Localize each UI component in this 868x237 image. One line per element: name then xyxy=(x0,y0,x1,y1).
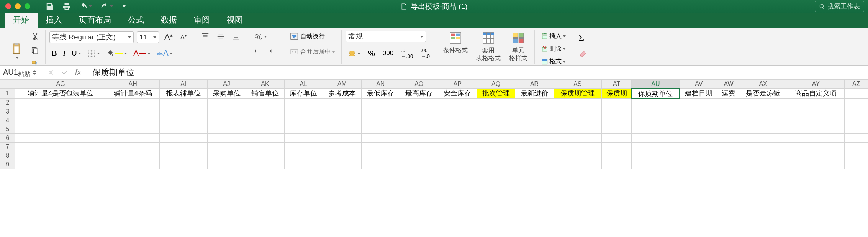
cell[interactable] xyxy=(106,160,159,169)
column-header[interactable]: AR xyxy=(515,80,554,89)
tab-insert[interactable]: 插入 xyxy=(38,11,70,28)
cell[interactable] xyxy=(718,107,739,116)
row-header[interactable]: 9 xyxy=(0,160,15,169)
maximize-window-button[interactable] xyxy=(25,3,30,9)
cell[interactable]: 批次管理 xyxy=(477,89,515,99)
enter-formula-icon[interactable] xyxy=(61,69,68,76)
cell[interactable]: 库存单位 xyxy=(284,89,323,99)
cell[interactable] xyxy=(284,142,323,151)
cell[interactable] xyxy=(845,133,868,142)
cell[interactable]: 安全库存 xyxy=(438,89,477,99)
cell[interactable]: 最新进价 xyxy=(515,89,554,99)
qat-customize-icon[interactable] xyxy=(123,5,126,7)
cell[interactable] xyxy=(680,151,718,160)
tab-view[interactable]: 视图 xyxy=(218,11,251,28)
cell[interactable] xyxy=(632,142,680,151)
cell[interactable] xyxy=(207,116,246,125)
align-bottom-button[interactable] xyxy=(229,31,242,42)
paste-button[interactable] xyxy=(7,41,26,59)
cell[interactable] xyxy=(515,107,554,116)
cell[interactable] xyxy=(787,107,845,116)
cell[interactable] xyxy=(515,98,554,107)
cell[interactable] xyxy=(106,98,159,107)
cell[interactable] xyxy=(400,142,438,151)
cut-button[interactable] xyxy=(28,31,41,42)
cell[interactable] xyxy=(361,160,400,169)
cell[interactable] xyxy=(284,125,323,133)
cell[interactable]: 参考成本 xyxy=(323,89,361,99)
conditional-formatting-button[interactable]: 条件格式 xyxy=(440,31,471,55)
spreadsheet-grid[interactable]: AGAHAIAJAKALAMANAOAPAQARASATAUAVAWAXAYAZ… xyxy=(0,79,868,169)
cell[interactable] xyxy=(601,107,631,116)
cell[interactable]: 保质期 xyxy=(601,89,631,99)
cell[interactable] xyxy=(284,151,323,160)
row-header[interactable]: 1 xyxy=(0,89,15,99)
cell[interactable] xyxy=(284,98,323,107)
insert-cells-button[interactable]: 插入 xyxy=(539,31,568,42)
cell[interactable]: 运费 xyxy=(718,89,739,99)
cell[interactable] xyxy=(207,142,246,151)
number-format-combo[interactable]: 常规 xyxy=(346,31,426,42)
cell[interactable] xyxy=(845,107,868,116)
search-input[interactable]: 搜索工作表 xyxy=(815,1,864,12)
cell[interactable] xyxy=(632,98,680,107)
clear-button[interactable] xyxy=(576,48,591,59)
cell[interactable] xyxy=(15,151,106,160)
cell[interactable] xyxy=(601,151,631,160)
cell[interactable] xyxy=(787,160,845,169)
cell[interactable] xyxy=(400,160,438,169)
cell[interactable] xyxy=(159,125,207,133)
cell[interactable] xyxy=(15,107,106,116)
cell[interactable] xyxy=(361,125,400,133)
cell[interactable] xyxy=(106,107,159,116)
cell[interactable] xyxy=(438,98,477,107)
cell[interactable] xyxy=(632,160,680,169)
print-icon[interactable] xyxy=(62,2,71,11)
column-header[interactable]: AJ xyxy=(207,80,246,89)
delete-cells-button[interactable]: 删除 xyxy=(539,43,568,54)
cell[interactable] xyxy=(15,98,106,107)
tab-review[interactable]: 审阅 xyxy=(185,11,218,28)
cell[interactable] xyxy=(632,107,680,116)
cell[interactable] xyxy=(400,133,438,142)
cell[interactable] xyxy=(159,107,207,116)
name-box[interactable]: AU1 xyxy=(0,66,42,79)
column-header[interactable]: AI xyxy=(159,80,207,89)
cell[interactable] xyxy=(400,98,438,107)
cell[interactable] xyxy=(787,142,845,151)
orientation-button[interactable]: ab xyxy=(252,31,269,42)
cell[interactable] xyxy=(361,116,400,125)
cell[interactable] xyxy=(477,107,515,116)
cell[interactable] xyxy=(718,98,739,107)
cell[interactable] xyxy=(680,142,718,151)
cell[interactable] xyxy=(323,125,361,133)
cell[interactable] xyxy=(323,142,361,151)
align-right-button[interactable] xyxy=(229,45,242,57)
cell[interactable]: 辅计量4是否包装单位 xyxy=(15,89,106,99)
cell[interactable] xyxy=(515,151,554,160)
increase-decimal-button[interactable]: .0←.00 xyxy=(399,46,415,61)
phonetic-button[interactable]: abcA xyxy=(154,47,175,60)
cell[interactable] xyxy=(554,107,601,116)
cell[interactable] xyxy=(601,98,631,107)
decrease-decimal-button[interactable]: .00→.0 xyxy=(418,46,432,61)
cell[interactable] xyxy=(207,107,246,116)
cell[interactable]: 是否走冻链 xyxy=(739,89,787,99)
cell[interactable] xyxy=(515,160,554,169)
column-header[interactable]: AK xyxy=(246,80,284,89)
cell[interactable] xyxy=(246,142,284,151)
cell[interactable] xyxy=(438,116,477,125)
cell[interactable] xyxy=(787,98,845,107)
copy-button[interactable] xyxy=(28,44,41,56)
cell[interactable] xyxy=(601,116,631,125)
save-icon[interactable] xyxy=(46,2,54,11)
cell[interactable] xyxy=(739,125,787,133)
cell[interactable] xyxy=(106,133,159,142)
cell[interactable]: 辅计量4条码 xyxy=(106,89,159,99)
cancel-formula-icon[interactable] xyxy=(47,69,54,76)
cell[interactable] xyxy=(680,133,718,142)
align-center-button[interactable] xyxy=(214,45,227,57)
cell[interactable] xyxy=(477,125,515,133)
tab-home[interactable]: 开始 xyxy=(5,11,38,28)
cell[interactable] xyxy=(438,125,477,133)
